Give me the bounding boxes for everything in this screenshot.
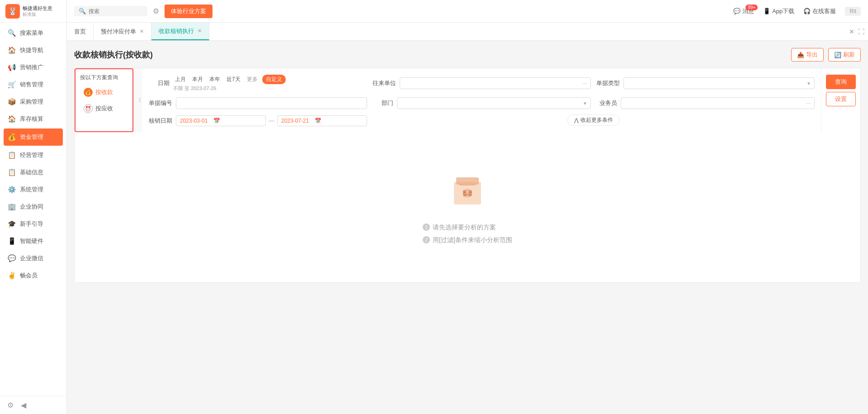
counterpart-filter-cell: 往来单位 ··· <box>373 77 591 89</box>
search-bar-icon: 🔍 <box>79 8 86 14</box>
prepay-tab-label: 预付冲应付单 <box>101 28 136 36</box>
counterpart-dots-icon: ··· <box>582 80 587 86</box>
sidebar-item-search-menu[interactable]: 🔍 搜索菜单 <box>0 24 66 42</box>
nav-label: 采购管理 <box>20 98 43 106</box>
refresh-label: 刷新 <box>843 51 855 59</box>
receivable-type-icon: ⏰ <box>84 104 93 113</box>
tip2-text: 用[过滤]条件来缩小分析范围 <box>433 233 512 246</box>
app-download-button[interactable]: 📱 App下载 <box>763 7 794 15</box>
date-tab-last-month[interactable]: 上月 <box>173 75 188 84</box>
date-tab-this-year[interactable]: 本年 <box>208 75 222 84</box>
settings-bottom-icon[interactable]: ⚙ <box>7 401 14 409</box>
page-header: 收款核销执行(按收款) 📤 导出 🔄 刷新 <box>74 48 861 62</box>
filter-action-col: 查询 设置 <box>821 68 860 132</box>
capital-icon: 💰 <box>7 133 16 141</box>
date-range-cell: 📅 — 📅 <box>176 115 367 126</box>
beginner-icon: 🎓 <box>7 220 16 228</box>
query-type-by-receivable[interactable]: ⏰ 按应收 <box>80 101 128 116</box>
writeoff-date-to-wrap: 📅 <box>277 115 367 126</box>
nav-label: 营销推广 <box>20 63 43 71</box>
sales-icon: 🛒 <box>7 81 16 89</box>
logo-line1: 畅捷通好生意 <box>23 5 52 11</box>
sidebar-item-beginner[interactable]: 🎓 新手引导 <box>0 215 66 233</box>
search-input[interactable] <box>89 8 143 14</box>
sidebar-item-capital[interactable]: 💰 资金管理 <box>4 128 63 146</box>
dept-select[interactable] <box>397 97 591 109</box>
receipt-tab-close[interactable]: ✕ <box>198 28 202 34</box>
export-button[interactable]: 📤 导出 <box>791 48 824 62</box>
sidebar: 🐰 畅捷通好生意 标准版 🔍 搜索菜单 🏠 快捷导航 📢 营销推广 🛒 销售管理… <box>0 0 67 414</box>
settings-button[interactable]: 设置 <box>826 92 856 106</box>
sidebar-item-marketing[interactable]: 📢 营销推广 <box>0 59 66 76</box>
sidebar-item-purchase[interactable]: 📦 采购管理 <box>0 93 66 110</box>
sidebar-item-sales[interactable]: 🛒 销售管理 <box>0 76 66 93</box>
page-title: 收款核销执行(按收款) <box>74 49 153 60</box>
sidebar-item-business[interactable]: 📋 经营管理 <box>0 147 66 164</box>
doc-type-label: 单据类型 <box>596 79 620 87</box>
dept-filter-cell: 部门 ▼ <box>373 97 591 109</box>
date-tab-7days[interactable]: 近7天 <box>225 75 242 84</box>
collapse-panel-button[interactable]: 《 <box>133 68 142 132</box>
sidebar-item-system[interactable]: ⚙️ 系统管理 <box>0 181 66 198</box>
prepay-tab-close[interactable]: ✕ <box>140 29 144 34</box>
close-tab-icon[interactable]: ✕ <box>849 28 854 35</box>
user-avatar[interactable]: Rit <box>845 7 861 16</box>
sidebar-item-hardware[interactable]: 📱 智能硬件 <box>0 233 66 250</box>
date-tab-this-month[interactable]: 本月 <box>190 75 205 84</box>
date-hint: 不限 至 2023-07-26 <box>173 85 367 92</box>
filter-row-2: 单据编号 部门 ▼ <box>149 97 815 109</box>
online-service-button[interactable]: 🎧 在线客服 <box>803 7 836 15</box>
expand-tab-icon[interactable]: ⛶ <box>858 28 864 35</box>
writeoff-date-to-cal-icon[interactable]: 📅 <box>315 118 321 124</box>
nav-label: 新手引导 <box>20 220 43 228</box>
doc-num-filter-cell: 单据编号 <box>149 97 367 109</box>
sidebar-bottom: ⚙ ◀ <box>0 396 66 414</box>
filter-row-1: 日期 上月 本月 本年 近7天 更多 自定义 <box>149 75 815 92</box>
nav-label: 经营管理 <box>20 151 43 159</box>
doc-type-select-wrapper: ▼ <box>623 77 815 89</box>
writeoff-date-from-input[interactable] <box>180 118 212 124</box>
tab-home[interactable]: 首页 <box>67 23 94 40</box>
sidebar-item-basic-info[interactable]: 📋 基础信息 <box>0 164 66 181</box>
empty-tips: 1 请先选择要分析的方案 2 用[过滤]条件来缩小分析范围 <box>423 221 512 246</box>
topbar-search-box[interactable]: 🔍 <box>74 6 147 16</box>
sidebar-item-wechat[interactable]: 💬 企业微信 <box>0 250 66 267</box>
sidebar-item-inventory[interactable]: 🏠 库存核算 <box>0 110 66 128</box>
gear-icon[interactable]: ⚙ <box>153 7 159 15</box>
writeoff-date-to-input[interactable] <box>281 118 313 124</box>
collapse-more-button[interactable]: ⋀ 收起更多条件 <box>567 114 620 126</box>
query-type-title: 按以下方案查询 <box>80 74 128 81</box>
writeoff-date-from-cal-icon[interactable]: 📅 <box>213 118 220 124</box>
date-tab-custom[interactable]: 自定义 <box>262 75 286 84</box>
staff-select-button[interactable]: ··· <box>621 97 815 109</box>
solution-button[interactable]: 体验行业方案 <box>165 5 212 18</box>
search-icon: 🔍 <box>7 29 16 37</box>
message-icon: 💬 <box>733 8 741 14</box>
query-type-by-receipt[interactable]: 💰 按收款 <box>80 85 128 100</box>
sidebar-item-quick-nav[interactable]: 🏠 快捷导航 <box>0 42 66 59</box>
date-filter-cell: 日期 上月 本月 本年 近7天 更多 自定义 <box>149 75 367 92</box>
tab-prepay[interactable]: 预付冲应付单 ✕ <box>94 23 151 40</box>
date-tab-more[interactable]: 更多 <box>245 75 259 84</box>
doc-num-label: 单据编号 <box>149 99 172 107</box>
tab-receipt-writeoff[interactable]: 收款核销执行 ✕ <box>151 23 209 40</box>
receipt-type-label: 按收款 <box>95 88 113 96</box>
date-filter-label: 日期 <box>149 79 170 87</box>
svg-point-7 <box>470 191 472 193</box>
nav-label: 畅会员 <box>20 271 38 280</box>
doc-type-select[interactable] <box>623 77 815 89</box>
export-icon: 📤 <box>797 52 804 58</box>
date-tabs: 上月 本月 本年 近7天 更多 自定义 <box>173 75 367 84</box>
counterpart-select-button[interactable]: ··· <box>400 77 591 89</box>
query-button[interactable]: 查询 <box>826 75 856 89</box>
logo-text: 畅捷通好生意 标准版 <box>23 5 52 17</box>
member-icon: ✌️ <box>7 271 16 280</box>
nav-label: 企业微信 <box>20 254 43 262</box>
message-button[interactable]: 💬 消息 99+ <box>733 7 754 15</box>
doc-num-input[interactable] <box>176 97 367 109</box>
sidebar-item-member[interactable]: ✌️ 畅会员 <box>0 267 66 284</box>
refresh-button[interactable]: 🔄 刷新 <box>828 48 861 62</box>
collapse-sidebar-icon[interactable]: ◀ <box>21 401 26 409</box>
sidebar-item-enterprise[interactable]: 🏢 企业协同 <box>0 198 66 215</box>
empty-tip-1: 1 请先选择要分析的方案 <box>423 221 512 233</box>
